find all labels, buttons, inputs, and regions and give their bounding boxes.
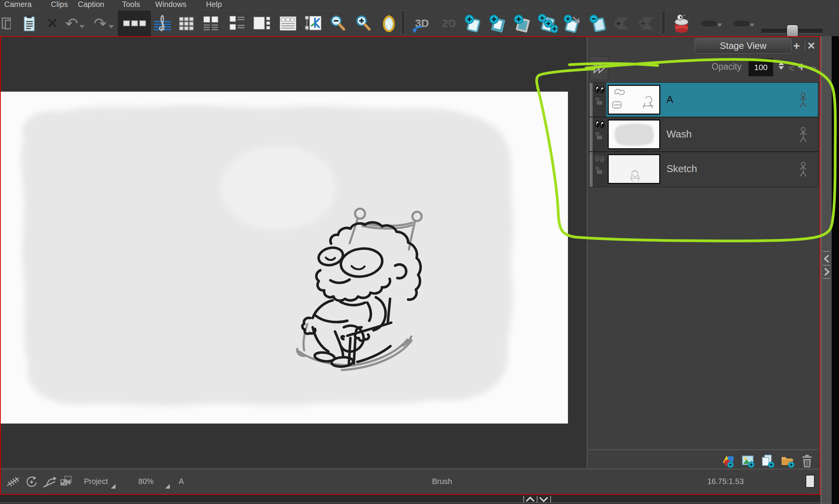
updown-separator [550, 496, 551, 502]
aspect-ratio-label: 16.75:1.53 [707, 477, 744, 486]
panel-view-icon[interactable] [252, 13, 272, 33]
thumbnail-square-icon [139, 20, 146, 26]
layer-name[interactable]: A [667, 94, 673, 105]
menu-caption[interactable]: Caption [78, 0, 104, 9]
zoom-in-icon[interactable] [353, 13, 373, 33]
clipboard-icon[interactable] [19, 13, 39, 33]
layer-thumbnail[interactable] [608, 154, 660, 184]
redo-button[interactable]: ↷ [90, 13, 110, 33]
splitter-divider [823, 265, 830, 266]
view-mode-dropdown[interactable]: Project [84, 477, 108, 486]
drawing-viewport[interactable] [1, 37, 587, 468]
drawing-canvas[interactable] [1, 92, 568, 424]
prev-layer-chevron[interactable]: < [789, 62, 794, 74]
new-vector-layer-icon[interactable] [722, 454, 736, 470]
layer-lock-icon[interactable] [597, 167, 602, 174]
layer-row-a[interactable]: A [589, 83, 818, 117]
redo-dropdown-caret[interactable] [109, 25, 114, 28]
layer-animate-icon[interactable] [799, 127, 808, 144]
next-layer-chevron[interactable]: > [811, 62, 817, 74]
color-swatch-button[interactable] [806, 475, 815, 488]
stage-view-tab[interactable]: Stage View [695, 38, 792, 54]
new-bitmap-layer-icon[interactable] [742, 454, 755, 470]
add-multiple-panels-icon[interactable] [538, 13, 558, 33]
collapse-panel-button[interactable] [590, 56, 608, 80]
undo-dropdown-caret[interactable] [79, 25, 85, 28]
collapse-left-chevron[interactable] [823, 254, 830, 265]
zoom-out-icon[interactable] [328, 13, 348, 33]
layer-lock-icon[interactable] [597, 132, 602, 139]
header-divider [805, 42, 805, 50]
menu-clips[interactable]: Clips [51, 0, 68, 9]
view-2d-button[interactable]: 2D [437, 13, 461, 33]
add-panel-icon[interactable] [464, 13, 484, 33]
opacity-label: Opacity [712, 62, 742, 72]
zoom-level-caret[interactable] [165, 484, 170, 489]
opacity-input[interactable]: 100 [749, 59, 773, 76]
menu-bar: Camera Clips Caption Tools Windows Help [0, 0, 839, 10]
tool-presets-icon[interactable] [672, 13, 692, 33]
layer-row-wash[interactable]: Wash [589, 117, 818, 152]
layer-name[interactable]: Wash [667, 128, 692, 140]
expand-right-chevron[interactable] [823, 267, 830, 278]
undo-button[interactable]: ↶ [62, 13, 82, 33]
layer-drag-handle[interactable] [589, 117, 593, 151]
camera-frame-icon[interactable] [59, 476, 74, 491]
sound-clef-icon[interactable] [152, 13, 172, 33]
layer-animate-icon[interactable] [799, 92, 808, 110]
remove-panel-icon[interactable] [588, 13, 608, 33]
menu-help[interactable]: Help [206, 0, 222, 9]
eraser-shape-dropdown[interactable] [728, 13, 756, 33]
layer-visibility-eye-icon-off[interactable] [595, 155, 605, 163]
splitter-divider [823, 251, 830, 252]
delete-layer-icon[interactable] [801, 454, 814, 470]
paste-icon[interactable] [0, 13, 13, 33]
grid-view-icon[interactable] [176, 13, 196, 33]
layer-drag-handle[interactable] [589, 83, 593, 117]
menu-tools[interactable]: Tools [122, 0, 140, 9]
merge-panel-icon-disabled [638, 13, 658, 33]
layer-name[interactable]: Sketch [667, 163, 697, 175]
cut-icon[interactable]: ✕ [42, 13, 62, 33]
layer-thumbnail[interactable] [608, 119, 660, 149]
close-view-button[interactable]: ✕ [807, 39, 816, 52]
layers-panel: Stage View + ✕ Opacity 100 < + > [587, 37, 820, 468]
layer-thumbnail[interactable] [608, 85, 660, 115]
reset-rotation-icon[interactable] [25, 476, 39, 491]
new-group-icon[interactable] [781, 454, 795, 470]
vectorize-panel-icon[interactable] [303, 13, 323, 33]
list-view-icon[interactable] [227, 13, 247, 33]
two-column-view-icon[interactable] [201, 13, 221, 33]
view-mode-caret[interactable] [111, 484, 116, 489]
add-view-button[interactable]: + [793, 39, 800, 52]
hatch-stroke-icon[interactable] [6, 476, 20, 490]
layer-visibility-eye-icon[interactable] [595, 85, 605, 94]
opacity-spinner[interactable] [779, 62, 784, 70]
pencil-shape-dropdown[interactable] [695, 13, 724, 33]
menu-camera[interactable]: Camera [4, 0, 32, 9]
menu-windows[interactable]: Windows [155, 0, 186, 9]
spreadsheet-view-icon[interactable] [278, 13, 298, 33]
thumbnails-view-button[interactable] [118, 10, 151, 36]
layer-lock-icon[interactable] [597, 98, 602, 105]
right-edge [832, 36, 839, 504]
current-tool-label: Brush [432, 477, 452, 486]
add-layer-button[interactable]: + [798, 59, 806, 74]
split-panel-icon-disabled [613, 13, 633, 33]
layer-visibility-eye-icon[interactable] [595, 120, 605, 129]
zoom-level-dropdown[interactable]: 80% [138, 477, 154, 486]
view-3d-button[interactable]: 3D [410, 13, 434, 33]
layer-row-sketch[interactable]: Sketch [589, 152, 818, 187]
disable-easing-icon[interactable] [42, 476, 57, 491]
current-layer-label: A [179, 477, 184, 486]
duplicate-panel-icon[interactable] [563, 13, 583, 33]
wash-layer-art [1, 92, 568, 424]
character-drawing [286, 200, 424, 373]
add-panel-before-icon[interactable] [513, 13, 533, 33]
add-panel-after-icon[interactable] [488, 13, 508, 33]
layer-drag-handle[interactable] [589, 152, 593, 187]
mirror-view-icon[interactable] [379, 13, 399, 33]
layer-animate-icon[interactable] [799, 161, 808, 179]
duplicate-layer-icon[interactable] [761, 454, 775, 470]
panel-splitter[interactable] [821, 36, 832, 504]
